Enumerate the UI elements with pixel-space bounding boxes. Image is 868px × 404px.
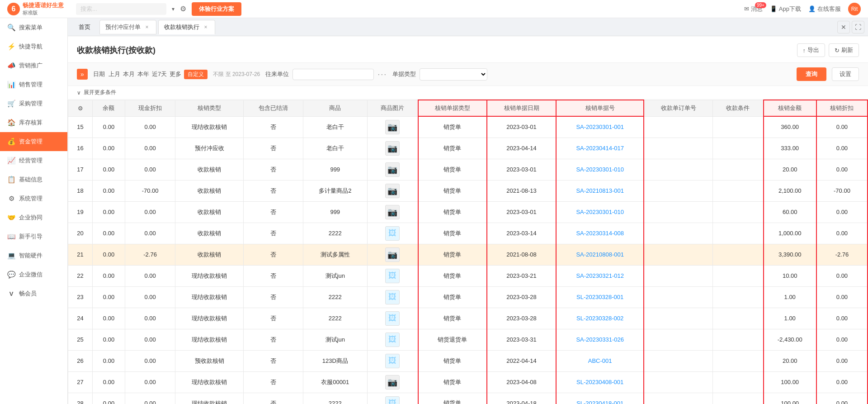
date-more[interactable]: 更多 (170, 70, 181, 78)
expand-filter-btn[interactable]: » (77, 69, 88, 80)
table-row: 26 0.00 0.00 预收款核销 否 123D商品 🖼 销货单 2022-0… (68, 350, 868, 371)
tab-prepay[interactable]: 预付冲应付单 × (99, 20, 156, 34)
product-image: 📷 (385, 184, 400, 198)
writeoff-no-link[interactable]: SA-20210813-001 (576, 187, 624, 194)
export-label: 导出 (807, 46, 819, 54)
writeoff-no-link[interactable]: SA-20230301-010 (576, 166, 624, 173)
product-image: 🖼 (385, 290, 400, 304)
settings-btn[interactable]: 设置 (832, 67, 859, 81)
sidebar-item-member[interactable]: V 畅会员 (0, 284, 67, 303)
writeoff-no-link[interactable]: SL-20230408-001 (576, 379, 623, 385)
writeoff-no-link[interactable]: SA-20230301-010 (576, 209, 624, 215)
gear-btn[interactable]: ⚙ (180, 5, 186, 13)
sidebar-item-sales[interactable]: 📊 销售管理 (0, 75, 67, 94)
date-this-month[interactable]: 本月 (123, 70, 135, 78)
writeoff-no-link[interactable]: ABC-001 (588, 357, 612, 364)
table-row: 18 0.00 -70.00 收款核销 否 多计量商品2 📷 销货单 2021-… (68, 180, 868, 201)
writeoff-no-link[interactable]: SA-20230321-012 (576, 272, 624, 279)
partner-dots-btn[interactable]: ··· (377, 70, 387, 79)
date-custom-btn[interactable]: 自定义 (184, 70, 208, 79)
writeoff-no-link[interactable]: SA-20230331-026 (576, 336, 624, 343)
tab-writeoff[interactable]: 收款核销执行 × (158, 20, 215, 34)
cell-writeoff-amount: 360.00 (764, 116, 816, 138)
cell-cash-discount: 0.00 (125, 286, 175, 308)
tab-expand-btn[interactable]: ⛶ (852, 21, 864, 33)
order-type-filter-group: 单据类型 (392, 68, 487, 81)
date-last-month[interactable]: 上月 (108, 70, 120, 78)
logo-area: 6 畅捷通谐好生意 标准版 (7, 1, 71, 16)
cell-row-no: 17 (68, 159, 93, 180)
filter-bar: » 日期 上月 本月 本年 近7天 更多 自定义 不限 至 2023-07-26 (68, 63, 868, 86)
col-receipt-order-no-header: 收款单订单号 (644, 100, 712, 116)
cell-receipt-condition (712, 201, 763, 223)
cell-writeoff-type: 现结收款核销 (175, 308, 244, 329)
tab-prepay-close[interactable]: × (143, 24, 151, 31)
cell-balance: 0.00 (93, 371, 125, 393)
date-this-year[interactable]: 本年 (137, 70, 149, 78)
cell-cash-discount: 0.00 (125, 329, 175, 350)
cell-receipt-condition (712, 159, 763, 180)
writeoff-no-link[interactable]: SA-20230314-008 (576, 230, 624, 237)
writeoff-no-link[interactable]: SA-20230301-001 (576, 124, 624, 130)
sidebar-item-guide[interactable]: 📖 新手引导 (0, 227, 67, 246)
cell-receipt-condition (712, 265, 763, 286)
date-last-7[interactable]: 近7天 (152, 70, 167, 78)
sidebar-item-search[interactable]: 🔍 搜索菜单 (0, 18, 67, 37)
tab-writeoff-label: 收款核销执行 (164, 23, 199, 31)
sidebar-item-base-info[interactable]: 📋 基础信息 (0, 170, 67, 189)
product-image: 📷 (385, 247, 400, 262)
sidebar-item-operations[interactable]: 📈 经营管理 (0, 151, 67, 170)
partner-input[interactable] (292, 69, 374, 80)
cell-product-image: 🖼 (367, 393, 418, 404)
operations-icon: 📈 (7, 157, 15, 165)
cell-writeoff-type: 现结收款核销 (175, 371, 244, 393)
cell-writeoff-date: 2022-04-14 (487, 350, 556, 371)
sidebar-item-finance[interactable]: 💰 资金管理 (0, 132, 67, 151)
notification-item[interactable]: ✉ 消息 99+ (744, 5, 763, 13)
app-download-item[interactable]: 📱 App下载 (770, 5, 801, 13)
cell-writeoff-discount: -70.00 (816, 180, 868, 201)
cell-include-settled: 否 (244, 350, 303, 371)
sidebar-item-hardware[interactable]: 💻 智能硬件 (0, 246, 67, 265)
query-btn[interactable]: 查询 (797, 67, 826, 81)
cell-balance: 0.00 (93, 393, 125, 404)
expand-more-conditions[interactable]: ∨ 展开更多条件 (68, 86, 868, 100)
online-service-item[interactable]: 👤 在线客服 (808, 5, 841, 13)
dropdown-btn[interactable]: ▾ (172, 6, 175, 12)
product-image: 🖼 (385, 226, 400, 241)
sidebar-item-collab[interactable]: 🤝 企业协同 (0, 208, 67, 227)
writeoff-no-link[interactable]: SL-20230328-001 (576, 294, 623, 300)
page-actions: ↑ 导出 ↻ 刷新 (797, 43, 859, 57)
sidebar-label-inventory: 库存核算 (19, 119, 42, 127)
cell-receipt-condition (712, 138, 763, 159)
cell-writeoff-discount: 0.00 (816, 265, 868, 286)
cell-product-image: 🖼 (367, 350, 418, 371)
cell-cash-discount: 0.00 (125, 159, 175, 180)
tab-home[interactable]: 首页 (71, 19, 98, 35)
sidebar-label-marketing: 营销推广 (19, 62, 42, 70)
tab-close-all-btn[interactable]: ✕ (837, 21, 850, 33)
sidebar-item-marketing[interactable]: 📣 营销推广 (0, 56, 67, 75)
cell-writeoff-date: 2021-08-13 (487, 180, 556, 201)
trial-btn[interactable]: 体验行业方案 (192, 2, 241, 16)
sidebar-item-quick-nav[interactable]: ⚡ 快捷导航 (0, 37, 67, 56)
sidebar-item-wechat[interactable]: 💬 企业微信 (0, 265, 67, 284)
sidebar-item-inventory[interactable]: 🏠 库存核算 (0, 113, 67, 132)
cell-writeoff-type: 预收款核销 (175, 350, 244, 371)
sidebar-item-purchase[interactable]: 🛒 采购管理 (0, 94, 67, 113)
product-image: 📷 (385, 120, 400, 134)
writeoff-no-link[interactable]: SA-20230414-017 (576, 145, 624, 152)
order-type-select[interactable] (420, 68, 487, 81)
table-row: 28 0.00 0.00 现结收款核销 否 2222 🖼 销货单 2023-04… (68, 393, 868, 404)
writeoff-no-link[interactable]: SA-20210808-001 (576, 251, 624, 258)
export-btn[interactable]: ↑ 导出 (797, 43, 826, 57)
writeoff-no-link[interactable]: SL-20230328-002 (576, 315, 623, 322)
hardware-icon: 💻 (7, 252, 15, 260)
cell-product-image: 🖼 (367, 308, 418, 329)
sidebar-item-system[interactable]: ⚙ 系统管理 (0, 189, 67, 208)
table-wrapper[interactable]: ⚙ 余额 现金折扣 核销类型 包含已结清 商品 商品图片 核销单据类型 核销单据… (68, 100, 868, 404)
writeoff-no-link[interactable]: SL-20230418-001 (576, 400, 623, 404)
refresh-btn[interactable]: ↻ 刷新 (829, 43, 859, 57)
cell-writeoff-date: 2023-04-14 (487, 138, 556, 159)
tab-writeoff-close[interactable]: × (202, 24, 209, 31)
